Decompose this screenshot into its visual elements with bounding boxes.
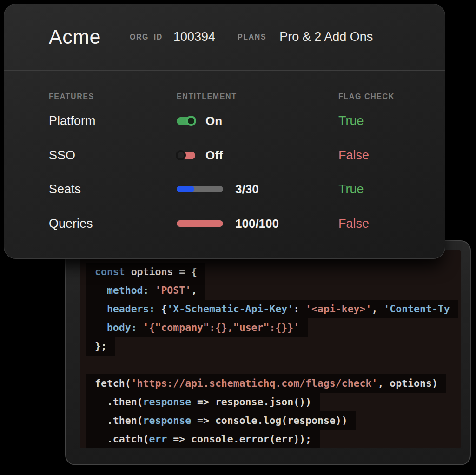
- flag-check-value: True: [338, 110, 364, 132]
- feature-name: SSO: [49, 144, 75, 166]
- code-line: };: [86, 337, 461, 356]
- toggle-state-label: On: [205, 114, 222, 128]
- usage-progress-bar: [177, 220, 223, 227]
- code-block: const options = { method: 'POST', header…: [86, 263, 461, 448]
- table-row-platform: Platform On True: [49, 110, 427, 132]
- toggle-off-icon[interactable]: [177, 152, 195, 159]
- feature-name: Seats: [49, 178, 81, 200]
- card-header: Acme ORG_ID 100394 PLANS Pro & 2 Add Ons: [49, 4, 427, 70]
- usage-progress-bar: [177, 186, 223, 192]
- plans-value: Pro & 2 Add Ons: [279, 30, 373, 44]
- header-divider: [4, 70, 445, 71]
- flag-check-value: False: [338, 144, 369, 166]
- usage-progress-fill: [177, 186, 194, 192]
- usage-count-label: 3/30: [235, 182, 259, 197]
- code-line: .then(response => console.log(response)): [86, 411, 461, 430]
- code-line: const options = {: [86, 263, 461, 281]
- org-name: Acme: [49, 26, 101, 48]
- code-line: headers: {'X-Schematic-Api-Key': '<api-k…: [86, 300, 461, 318]
- table-row-seats: Seats 3/30 True: [49, 178, 427, 200]
- feature-name: Queries: [49, 212, 93, 235]
- column-header-entitlement: ENTITLEMENT: [177, 92, 237, 101]
- toggle-knob: [186, 116, 196, 126]
- code-line: body: '{"company":{},"user":{}}': [86, 318, 461, 337]
- feature-name: Platform: [49, 110, 96, 132]
- code-line: .then(response => response.json()): [86, 393, 461, 411]
- entitlement-cell: 3/30: [177, 178, 259, 200]
- column-header-flag-check: FLAG CHECK: [338, 92, 395, 101]
- org-entitlements-card: Acme ORG_ID 100394 PLANS Pro & 2 Add Ons…: [4, 4, 445, 259]
- org-id-value: 100394: [173, 30, 215, 44]
- page: const options = { method: 'POST', header…: [0, 0, 476, 475]
- table-row-sso: SSO Off False: [49, 144, 427, 166]
- column-header-features: FEATURES: [49, 92, 94, 101]
- entitlement-cell: On: [177, 110, 222, 132]
- usage-progress-fill: [177, 220, 223, 227]
- plans-label: PLANS: [238, 33, 266, 41]
- code-editor-area: const options = { method: 'POST', header…: [80, 250, 461, 448]
- code-line: fetch('https://api.schematichq.com/flags…: [86, 374, 461, 393]
- code-window: const options = { method: 'POST', header…: [65, 240, 471, 465]
- toggle-state-label: Off: [205, 148, 223, 163]
- org-id-label: ORG_ID: [130, 33, 163, 41]
- code-line: method: 'POST',: [86, 281, 461, 300]
- entitlement-cell: Off: [177, 144, 223, 166]
- table-row-queries: Queries 100/100 False: [49, 212, 427, 235]
- flag-check-value: False: [338, 212, 369, 235]
- code-line: [86, 356, 461, 374]
- toggle-knob: [176, 150, 186, 160]
- flag-check-value: True: [338, 178, 364, 200]
- usage-count-label: 100/100: [235, 217, 279, 231]
- toggle-on-icon[interactable]: [177, 117, 195, 125]
- entitlement-cell: 100/100: [177, 212, 279, 235]
- code-line: .catch(err => console.error(err));: [86, 430, 461, 448]
